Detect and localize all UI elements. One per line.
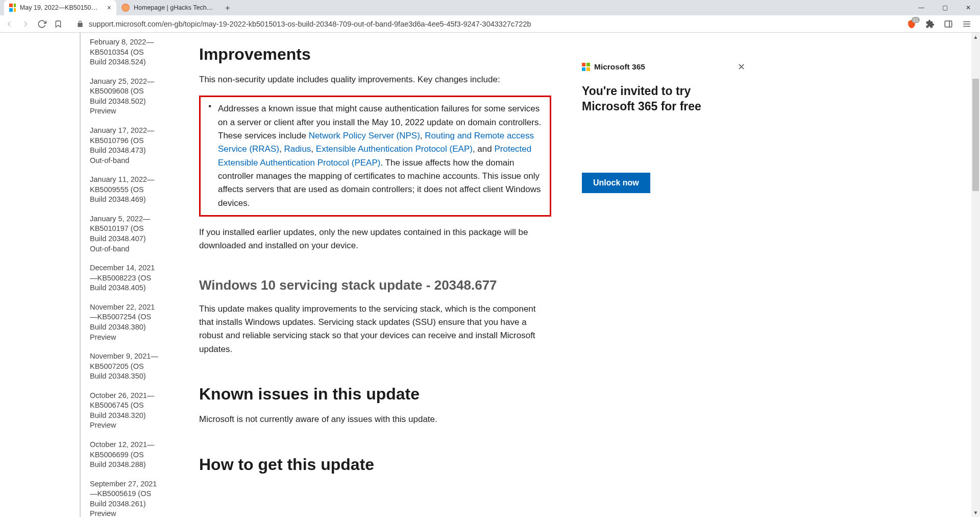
minimize-button[interactable]: — xyxy=(910,0,933,15)
heading-servicing-stack: Windows 10 servicing stack update - 2034… xyxy=(199,277,551,293)
address-bar: support.microsoft.com/en-gb/topic/may-19… xyxy=(0,15,980,33)
link-radius[interactable]: Radius xyxy=(284,144,311,154)
menu-button[interactable] xyxy=(962,19,972,29)
bookmark-button[interactable] xyxy=(53,19,63,29)
favicon-ghacks-icon xyxy=(121,4,130,12)
sidebar-button[interactable] xyxy=(943,19,953,29)
close-promo-button[interactable]: ✕ xyxy=(738,61,745,73)
improvement-bullet: Addresses a known issue that might cause… xyxy=(205,102,543,210)
servicing-stack-paragraph: This update makes quality improvements t… xyxy=(199,302,551,356)
maximize-button[interactable]: ▢ xyxy=(933,0,957,15)
intro-paragraph: This non-security update includes qualit… xyxy=(199,73,551,86)
tab-bar: May 19, 2022—KB5015013 (OS Bu × Homepage… xyxy=(0,0,980,15)
browser-tab[interactable]: Homepage | gHacks Technology News xyxy=(116,0,220,15)
main-article: Improvements This non-security update in… xyxy=(168,33,582,517)
forward-button[interactable] xyxy=(20,19,31,29)
heading-known-issues: Known issues in this update xyxy=(199,385,551,404)
new-tab-button[interactable]: + xyxy=(220,1,235,15)
highlighted-callout: Addresses a known issue that might cause… xyxy=(199,96,551,217)
toolbar-right: 21 xyxy=(906,19,976,29)
link-eap[interactable]: Extensible Authentication Protocol (EAP) xyxy=(316,144,473,154)
sidebar-item[interactable]: October 26, 2021—KB5006745 (OS Build 203… xyxy=(88,386,159,435)
sidebar-item[interactable]: October 12, 2021—KB5006699 (OS Build 203… xyxy=(88,435,159,475)
scroll-down-arrow[interactable]: ▼ xyxy=(971,508,980,517)
svg-rect-0 xyxy=(945,21,952,27)
shield-badge: 21 xyxy=(912,17,920,23)
lock-icon xyxy=(77,20,84,28)
microsoft-logo-icon xyxy=(582,63,590,71)
favicon-microsoft-icon xyxy=(9,4,16,12)
browser-chrome: May 19, 2022—KB5015013 (OS Bu × Homepage… xyxy=(0,0,980,33)
sidebar: February 8, 2022—KB5010354 (OS Build 203… xyxy=(0,33,168,517)
extensions-button[interactable] xyxy=(925,19,935,29)
link-nps[interactable]: Network Policy Server (NPS) xyxy=(309,131,420,140)
page-content: February 8, 2022—KB5010354 (OS Build 203… xyxy=(0,33,980,517)
close-window-button[interactable]: ✕ xyxy=(957,0,980,15)
shield-button[interactable]: 21 xyxy=(906,19,917,29)
url-text: support.microsoft.com/en-gb/topic/may-19… xyxy=(89,20,531,28)
known-issues-paragraph: Microsoft is not currently aware of any … xyxy=(199,413,551,426)
heading-how-to-get: How to get this update xyxy=(199,455,551,474)
unlock-now-button[interactable]: Unlock now xyxy=(582,173,650,193)
sidebar-item[interactable]: November 9, 2021—KB5007205 (OS Build 203… xyxy=(88,347,159,386)
scroll-up-arrow[interactable]: ▲ xyxy=(971,33,980,41)
vertical-scrollbar[interactable]: ▲ ▼ xyxy=(971,33,980,517)
sidebar-item[interactable]: January 11, 2022—KB5009555 (OS Build 203… xyxy=(88,170,159,209)
promo-panel: Microsoft 365 ✕ You're invited to try Mi… xyxy=(582,33,766,517)
browser-tab-active[interactable]: May 19, 2022—KB5015013 (OS Bu × xyxy=(4,0,116,15)
tab-title: May 19, 2022—KB5015013 (OS Bu xyxy=(20,4,101,11)
sidebar-item[interactable]: December 14, 2021—KB5008223 (OS Build 20… xyxy=(88,258,159,298)
sidebar-item[interactable]: January 25, 2022—KB5009608 (OS Build 203… xyxy=(88,72,159,121)
url-input[interactable]: support.microsoft.com/en-gb/topic/may-19… xyxy=(69,16,900,32)
scroll-thumb[interactable] xyxy=(972,79,979,191)
back-button[interactable] xyxy=(4,19,14,29)
sidebar-item[interactable]: February 8, 2022—KB5010354 (OS Build 203… xyxy=(88,33,159,72)
tab-title: Homepage | gHacks Technology News xyxy=(134,4,215,11)
reload-button[interactable] xyxy=(37,19,47,29)
promo-brand: Microsoft 365 xyxy=(582,62,645,72)
sidebar-item[interactable]: January 5, 2022—KB5010197 (OS Build 2034… xyxy=(88,209,159,258)
window-controls: — ▢ ✕ xyxy=(910,0,980,15)
close-tab-icon[interactable]: × xyxy=(107,4,111,12)
heading-improvements: Improvements xyxy=(199,45,551,64)
sidebar-item[interactable]: November 22, 2021—KB5007254 (OS Build 20… xyxy=(88,298,159,347)
promo-title: You're invited to try Microsoft 365 for … xyxy=(582,84,745,114)
incremental-paragraph: If you installed earlier updates, only t… xyxy=(199,226,551,253)
sidebar-item[interactable]: January 17, 2022—KB5010796 (OS Build 203… xyxy=(88,121,159,170)
sidebar-item[interactable]: September 27, 2021—KB5005619 (OS Build 2… xyxy=(88,475,159,517)
